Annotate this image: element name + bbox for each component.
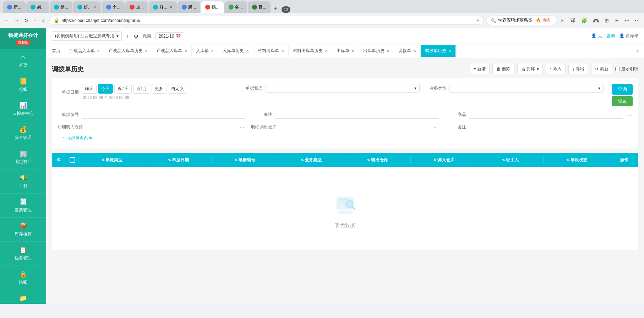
user-avatar[interactable]: 👤 徐泽华 — [619, 33, 638, 39]
sidebar-item-stock[interactable]: 📦 库存核算 — [0, 218, 46, 242]
th-handler[interactable]: ⇅ 经手人 — [477, 157, 544, 163]
browser-tab-8[interactable]: 腾... — [178, 1, 200, 13]
export-button[interactable]: ↓ 导出 — [568, 64, 588, 74]
back-button[interactable]: ← — [3, 16, 11, 25]
sidebar-item-wage[interactable]: 💵 工资 — [0, 169, 46, 194]
add-account-button[interactable]: + — [126, 33, 129, 39]
sidebar-item-home[interactable]: ⌂ 首页 — [0, 49, 46, 73]
th-out-warehouse[interactable]: ⇅ 调出仓库 — [344, 157, 411, 163]
page-tab-close-out[interactable]: ✕ — [351, 49, 354, 53]
translate-icon[interactable]: 译 — [569, 16, 577, 25]
sidebar-item-closing[interactable]: 🔒 结账 — [0, 266, 46, 290]
extension-icon[interactable]: 🧩 — [580, 16, 589, 25]
sidebar-item-report[interactable]: 📊 云报表中心 — [0, 97, 46, 121]
page-tab-close-material-out-history[interactable]: ✕ — [325, 49, 328, 53]
sidebar-item-invoice[interactable]: 🧾 发票管理 — [0, 194, 46, 218]
history-icon[interactable]: ↩ — [623, 16, 631, 25]
new-button[interactable]: + 新增 — [470, 64, 490, 74]
print-button[interactable]: 🖨 打印 ▾ — [517, 64, 543, 74]
page-tab-transfer[interactable]: 调拨单 ✕ — [394, 45, 421, 57]
sidebar-item-archive[interactable]: 📁 归档管理 — [0, 290, 46, 304]
browser-tab-1[interactable]: 新... — [3, 1, 26, 13]
th-biz-type[interactable]: ⇅ 业务类型 — [278, 157, 344, 163]
search-bar[interactable]: 🔍 学霸应聘场驱鸟员 🔥 热搜 — [486, 16, 557, 25]
filter-detail-out-input[interactable] — [279, 123, 429, 131]
filter-goods-input[interactable] — [469, 111, 623, 119]
address-bar[interactable]: 🔒 https://cloud.chanjet.com/accounting/u… — [49, 16, 484, 25]
th-gear[interactable]: ⚙ — [52, 157, 66, 162]
company-selector[interactable]: (勿删勿禁用) 江西服宝测试专用 ▾ — [52, 31, 122, 41]
page-tab-close-stock-in[interactable]: ✕ — [211, 49, 214, 53]
page-tab-out[interactable]: 出库单 ✕ — [332, 45, 359, 57]
page-tab-transfer-history[interactable]: 调拨单历史 ✕ — [421, 45, 456, 57]
forward-button[interactable]: → — [13, 16, 21, 25]
browser-tab-2[interactable]: 易... — [26, 1, 49, 13]
menu-button[interactable]: ⋯ — [633, 16, 641, 25]
page-tab-close-transfer[interactable]: ✕ — [413, 49, 416, 53]
browser-tab-7[interactable]: 好... ✕ — [149, 1, 177, 13]
page-tab-close-material-out[interactable]: ✕ — [281, 49, 284, 53]
browser-tab-5[interactable]: 个... — [102, 1, 125, 13]
header-settings-icon[interactable]: ⚙ — [134, 33, 138, 39]
detail-in-ellipsis[interactable]: ··· — [239, 124, 246, 130]
filter-detail-remark-input[interactable] — [469, 123, 633, 131]
page-tab-out-history[interactable]: 出库单历史 ✕ — [359, 45, 394, 57]
filter-status-select[interactable]: ▾ — [266, 84, 420, 93]
sidebar-item-ledger[interactable]: 📒 总账 — [0, 73, 46, 97]
detail-out-ellipsis[interactable]: ··· — [432, 124, 439, 130]
sidebar-item-tax[interactable]: 📋 税务管理 — [0, 242, 46, 266]
date-btn-7days[interactable]: 近7天 — [114, 84, 132, 94]
browser-tab-10[interactable]: 各... — [224, 1, 247, 13]
home-button[interactable]: ⌂ — [32, 16, 38, 25]
period-selector[interactable]: 2021-10 📅 — [155, 32, 184, 40]
scissors-icon[interactable]: ✂ — [559, 16, 566, 25]
page-tab-close-out-history[interactable]: ✕ — [387, 49, 389, 53]
th-status[interactable]: ⇅ 单账状态 — [544, 157, 610, 163]
page-tab-close-stock-in-history[interactable]: ✕ — [246, 49, 249, 53]
game-icon[interactable]: 🎮 — [591, 16, 600, 25]
page-tab-material-out[interactable]: 材料出库单 ✕ — [253, 45, 289, 57]
date-btn-yesterday[interactable]: 昨天 — [82, 84, 97, 94]
reload-button[interactable]: ↻ — [23, 16, 30, 25]
user-service-link[interactable]: 👤 人工咨询 — [591, 33, 615, 39]
filter-docnum-input[interactable] — [82, 111, 245, 119]
filter-detail-in-input[interactable] — [86, 123, 236, 131]
page-tab-close-product-in[interactable]: ✕ — [97, 49, 100, 53]
browser-tab-4[interactable]: 好... ✕ — [73, 1, 101, 13]
bookmark-button[interactable]: ☆ — [40, 16, 47, 25]
sidebar-item-fixed-assets[interactable]: 🏢 固定资产 — [0, 145, 46, 169]
page-tab-close-product-in-history[interactable]: ✕ — [145, 49, 148, 53]
import-button[interactable]: ↑ 导入 — [546, 64, 566, 74]
page-tab-close-product-in2[interactable]: ✕ — [184, 49, 187, 53]
close-all-tabs-button[interactable]: ✕ — [633, 46, 643, 56]
delete-button[interactable]: 🗑 删除 — [492, 64, 514, 74]
th-doc-number[interactable]: ⇅ 单据编号 — [212, 157, 278, 163]
date-btn-custom[interactable]: 自定义 — [168, 84, 187, 94]
collapse-button[interactable]: ⌃ 收起更多条件 — [58, 134, 97, 143]
tab-close-7[interactable]: ✕ — [169, 5, 173, 10]
select-all-checkbox[interactable] — [70, 157, 75, 163]
page-tab-close-transfer-history[interactable]: ✕ — [448, 49, 451, 53]
sidebar-item-fund[interactable]: 💰 资金管理 — [0, 121, 46, 145]
page-tab-product-in-history[interactable]: 产成品入库单历史 ✕ — [104, 45, 152, 57]
th-doc-date[interactable]: ⇅ 单据日期 — [145, 157, 212, 163]
page-tab-stock-in[interactable]: 入库单 ✕ — [192, 45, 218, 57]
date-btn-more[interactable]: 更多 — [152, 84, 167, 94]
th-checkbox[interactable] — [66, 157, 79, 163]
th-doc-type[interactable]: ⇅ 单账类型 — [79, 157, 145, 163]
settings-button[interactable]: 设置 — [612, 96, 633, 106]
filter-remark-input[interactable] — [275, 111, 439, 119]
tab-close-4[interactable]: ✕ — [94, 5, 97, 10]
page-tab-product-in2[interactable]: 产成品入库单 ✕ — [152, 45, 192, 57]
refresh-button[interactable]: ↺ 刷新 — [591, 64, 612, 74]
browser-tab-9[interactable]: 畅... — [201, 1, 224, 13]
browser-tab-11[interactable]: 目... — [248, 1, 271, 13]
date-btn-today[interactable]: 今天 — [98, 84, 113, 94]
th-in-warehouse[interactable]: ⇅ 调入仓库 — [411, 157, 477, 163]
page-tab-stock-in-history[interactable]: 入库单历史 ✕ — [218, 45, 253, 57]
page-tab-product-in[interactable]: 产成品入库单 ✕ — [65, 45, 104, 57]
date-btn-1month[interactable]: 近1月 — [133, 84, 151, 94]
browser-tab-6[interactable]: 企... — [125, 1, 148, 13]
query-button[interactable]: 查询 — [612, 84, 633, 95]
page-tab-home[interactable]: 首页 — [48, 45, 65, 57]
